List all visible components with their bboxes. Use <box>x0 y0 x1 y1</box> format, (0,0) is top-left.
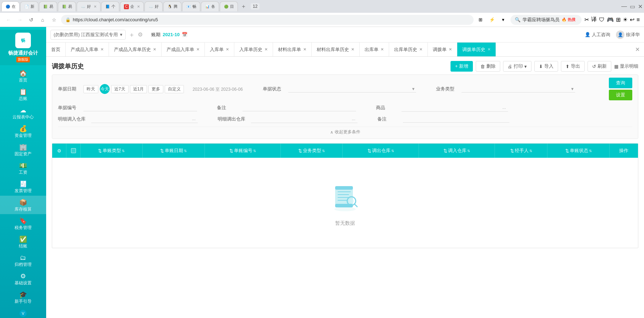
nav-tab-close-6[interactable]: ✕ <box>303 47 306 52</box>
scissors-icon[interactable]: ✂ <box>584 16 589 23</box>
nav-tab-finished-in2[interactable]: 产成品入库单 ✕ <box>162 43 205 57</box>
translate-icon[interactable]: 译 <box>591 16 597 23</box>
sidebar-item-inventory[interactable]: 📦 库存核算 <box>0 196 46 214</box>
browser-tab-11[interactable]: 🟢 目 <box>220 1 238 11</box>
browser-tab-10[interactable]: 📊 各 <box>201 1 219 11</box>
nav-tab-close-7[interactable]: ✕ <box>351 47 354 52</box>
tab-count-badge[interactable]: 12 <box>251 3 260 10</box>
nav-tab-close-4[interactable]: ✕ <box>226 47 229 52</box>
browser-tab-2[interactable]: 📗 易 <box>39 1 57 11</box>
nav-tab-close-5[interactable]: ✕ <box>264 47 268 52</box>
forward-button[interactable]: → <box>16 16 24 24</box>
sidebar-item-member[interactable]: V 畅会员 <box>0 306 46 318</box>
shield-icon[interactable]: 🛡 <box>599 17 605 23</box>
nav-tab-transfer-history[interactable]: 调拨单历史 ✕ <box>457 43 496 57</box>
detail-in-ellipsis-btn[interactable]: ... <box>191 116 197 121</box>
sidebar-item-salary[interactable]: 💵 工资 <box>0 159 46 177</box>
goods-filter-input[interactable] <box>402 104 501 111</box>
nav-tab-finished-in-history[interactable]: 产成品入库单历史 ✕ <box>109 43 162 57</box>
browser-tab-7[interactable]: ☁️ 好 <box>144 1 163 11</box>
company-selector[interactable]: (勿删勿禁用) 江西服宝测试专用 ▾ <box>50 30 126 40</box>
new-btn[interactable]: + 新增 <box>451 61 473 72</box>
yesterday-btn[interactable]: 昨天 <box>83 85 98 93</box>
sidebar-item-ledger[interactable]: 📋 总账 <box>0 85 46 104</box>
settings-gear-icon[interactable]: ⚙ <box>138 31 143 38</box>
grid2-icon[interactable]: ⊞ <box>616 16 621 23</box>
browser-tab-3[interactable]: 📗 易 <box>58 1 76 11</box>
gamepad-icon[interactable]: 🎮 <box>607 16 614 23</box>
sidebar-item-close[interactable]: ✅ 结账 <box>0 233 46 251</box>
browser-tab-5[interactable]: 📘 个 <box>101 1 119 11</box>
detail-out-filter-input[interactable] <box>251 115 350 122</box>
nav-tab-out-history[interactable]: 出库单历史 ✕ <box>389 43 428 57</box>
last1month-btn[interactable]: 近1月 <box>130 85 147 93</box>
new-tab-button[interactable]: ＋ <box>239 1 249 11</box>
nav-tab-close-11[interactable]: ✕ <box>487 47 491 52</box>
nav-tab-in-history[interactable]: 入库单历史 ✕ <box>234 43 273 57</box>
goods-ellipsis-btn[interactable]: ... <box>501 105 507 110</box>
grid-icon[interactable]: ⊞ <box>476 16 485 24</box>
th-out-wh[interactable]: ⇅ 调出仓库 ⇅ <box>343 144 419 158</box>
th-biz-type[interactable]: ⇅ 业务类型 ⇅ <box>281 144 343 158</box>
docnum-filter-input[interactable] <box>83 104 197 111</box>
nav-tab-close-10[interactable]: ✕ <box>449 47 452 52</box>
nav-tab-out[interactable]: 出库单 ✕ <box>360 43 389 57</box>
sidebar-item-tax[interactable]: 🔖 税务管理 <box>0 214 46 233</box>
nav-tab-close-2[interactable]: ✕ <box>153 47 156 52</box>
nav-tab-home[interactable]: 首页 <box>46 43 66 57</box>
th-gear[interactable]: ⚙ <box>52 144 66 158</box>
search-bar[interactable]: 🔍 学霸应聘场驱鸟员 🔥 热搜 <box>511 15 582 25</box>
home-button[interactable]: ⌂ <box>38 16 47 24</box>
user-avatar[interactable]: 👤 徐泽华 <box>616 30 640 39</box>
undo-icon[interactable]: ↩ <box>630 16 634 23</box>
filter-settings-btn[interactable]: 设置 <box>609 90 632 100</box>
remark2-filter-input[interactable] <box>403 116 509 123</box>
nav-tab-material-out-history[interactable]: 材料出库单历史 ✕ <box>312 43 360 57</box>
th-doc-type[interactable]: ⇅ 单账类型 ⇅ <box>81 144 143 158</box>
custom-date-btn[interactable]: 自定义 <box>165 85 184 93</box>
show-cols-btn[interactable]: ▦ 显示明细 <box>614 63 638 69</box>
refresh-btn[interactable]: ↺ 刷新 <box>588 61 611 72</box>
sidebar-item-invoice[interactable]: 🧾 发票管理 <box>0 177 46 196</box>
biz-type-filter-select[interactable]: ▾ <box>462 85 575 93</box>
select-all-checkbox[interactable] <box>71 148 76 153</box>
export-btn[interactable]: ⬆ 导出 <box>561 61 585 72</box>
bookmark-button[interactable]: ☆ <box>50 16 58 24</box>
sidebar-item-archive[interactable]: 🗂 归档管理 <box>0 251 46 269</box>
more-date-btn[interactable]: 更多 <box>148 85 163 93</box>
nav-tab-material-out[interactable]: 材料出库单 ✕ <box>273 43 312 57</box>
last7days-btn[interactable]: 近7天 <box>111 85 129 93</box>
refresh-button[interactable]: ↺ <box>27 16 36 24</box>
sidebar-item-settings[interactable]: ⚙ 基础设置 <box>0 269 46 288</box>
sidebar-item-reports[interactable]: ☁ 云报表中心 <box>0 104 46 122</box>
collapse-btn[interactable]: ∧ 收起更多条件 <box>330 129 360 135</box>
detail-in-filter-input[interactable] <box>91 115 191 122</box>
detail-out-ellipsis-btn[interactable]: ... <box>350 116 357 121</box>
browser-tab-6[interactable]: C 企 ✕ <box>120 1 144 11</box>
nav-tab-in[interactable]: 入库单 ✕ <box>205 43 234 57</box>
th-in-wh[interactable]: ⇅ 调入仓库 ⇅ <box>419 144 495 158</box>
browser-tab-0[interactable]: 🔵 在 <box>1 1 20 11</box>
th-doc-status[interactable]: ⇅ 单账状态 ⇅ <box>547 144 610 158</box>
delete-btn[interactable]: 🗑 删除 <box>476 61 500 72</box>
today-btn[interactable]: 今天 <box>100 84 110 94</box>
minimize-icon[interactable]: — <box>621 3 627 10</box>
brightness-icon[interactable]: ☀ <box>623 16 628 23</box>
nav-tab-close-8[interactable]: ✕ <box>381 47 384 52</box>
status-filter-select[interactable]: ▾ <box>288 85 416 93</box>
import-btn[interactable]: ⬇ 导入 <box>534 61 558 72</box>
menu-icon[interactable]: ≡ <box>637 17 640 23</box>
browser-tab-1[interactable]: 📄 新 <box>20 1 38 11</box>
chevron-down-icon[interactable]: ▾ <box>499 16 508 24</box>
th-doc-date[interactable]: ⇅ 单账日期 ⇅ <box>143 144 205 158</box>
close-icon[interactable]: ✕ <box>638 3 643 10</box>
sidebar-item-home[interactable]: 🏠 首页 <box>0 67 46 85</box>
nav-tab-close-3[interactable]: ✕ <box>196 47 200 52</box>
lightning-icon[interactable]: ⚡ <box>488 16 496 24</box>
add-company-btn[interactable]: ＋ <box>129 30 135 39</box>
browser-tab-9[interactable]: 📧 畅 <box>182 1 200 11</box>
nav-tab-close-1[interactable]: ✕ <box>100 47 104 52</box>
support-btn[interactable]: 👤 人工咨询 <box>585 32 610 38</box>
sidebar-item-funds[interactable]: 💰 资金管理 <box>0 122 46 140</box>
remark-filter-input[interactable] <box>242 104 356 111</box>
